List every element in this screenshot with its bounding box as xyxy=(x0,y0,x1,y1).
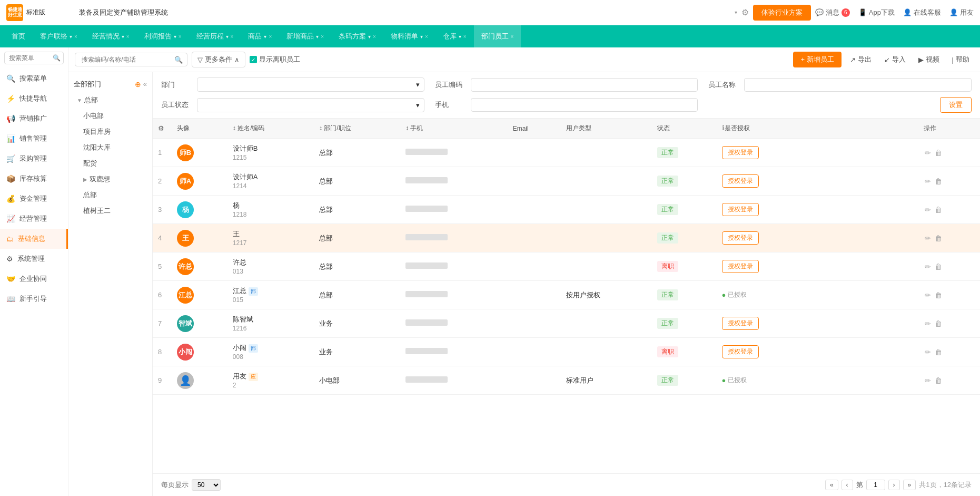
row-num: 7 xyxy=(153,309,172,338)
trial-button[interactable]: 体验行业方案 xyxy=(753,5,811,21)
tab-profit[interactable]: 利润报告 ▾ × xyxy=(137,25,189,47)
tree-node-project[interactable]: 项目库房 xyxy=(68,124,152,140)
edit-btn[interactable]: ✏ xyxy=(925,376,931,385)
delete-btn[interactable]: 🗑 xyxy=(935,262,942,271)
auth-login-button[interactable]: 授权登录 xyxy=(722,231,759,245)
edit-btn[interactable]: ✏ xyxy=(925,262,931,271)
user-type-cell xyxy=(561,139,652,167)
auth-login-button[interactable]: 授权登录 xyxy=(722,174,759,188)
tab-warehouse[interactable]: 仓库 ▾ × xyxy=(435,25,474,47)
col-dept: ↕ 部门/职位 xyxy=(314,119,400,139)
tree-node-small-elec[interactable]: 小电部 xyxy=(68,108,152,124)
employee-name: 用友 xyxy=(233,372,246,380)
emp-status-select[interactable]: ▾ xyxy=(197,98,424,112)
tab-home[interactable]: 首页 xyxy=(4,25,33,47)
sidebar-item-system[interactable]: ⚙系统管理 xyxy=(0,249,68,269)
tree-node-double-dream[interactable]: ▶ 双鹿想 xyxy=(68,171,152,187)
user-type-cell xyxy=(561,252,652,281)
tab-new-goods[interactable]: 新增商品 ▾ × xyxy=(279,25,331,47)
phone-input[interactable] xyxy=(471,98,698,112)
sidebar-item-search[interactable]: 🔍搜索菜单 xyxy=(0,69,68,89)
topbar-actions: 💬 消息 6 📱 App下载 👤 在线客服 👤 用友 xyxy=(815,8,974,17)
tab-dept-staff[interactable]: 部门员工 × xyxy=(474,25,521,47)
delete-btn[interactable]: 🗑 xyxy=(935,376,942,385)
sidebar-item-stock[interactable]: 📦库存核算 xyxy=(0,169,68,189)
auth-login-button[interactable]: 授权登录 xyxy=(722,345,759,358)
more-filter-btn[interactable]: ▽ 更多条件 ∧ xyxy=(192,52,245,67)
delete-btn[interactable]: 🗑 xyxy=(935,291,942,299)
delete-btn[interactable]: 🗑 xyxy=(935,348,942,356)
delete-btn[interactable]: 🗑 xyxy=(935,206,942,214)
export-btn[interactable]: ↗ 导出 xyxy=(846,52,876,67)
stock-icon: 📦 xyxy=(6,174,15,183)
page-number-input[interactable] xyxy=(866,480,885,490)
tree-node-hq[interactable]: ▼ 总部 xyxy=(68,92,152,108)
edit-btn[interactable]: ✏ xyxy=(925,291,931,299)
view-btn[interactable]: ▶ 视频 xyxy=(914,52,944,67)
tab-goods[interactable]: 商品 ▾ × xyxy=(241,25,279,47)
edit-btn[interactable]: ✏ xyxy=(925,348,931,356)
edit-btn[interactable]: ✏ xyxy=(925,149,931,157)
tab-bom[interactable]: 物料清单 ▾ × xyxy=(383,25,435,47)
auth-login-button[interactable]: 授权登录 xyxy=(722,203,759,216)
set-button[interactable]: 设置 xyxy=(940,97,972,113)
tab-history[interactable]: 经营历程 ▾ × xyxy=(189,25,241,47)
sidebar-item-basic[interactable]: 🗂基础信息 xyxy=(0,229,68,249)
delete-btn[interactable]: 🗑 xyxy=(935,177,942,186)
emp-name-input[interactable] xyxy=(744,78,972,92)
auth-login-button[interactable]: 授权登录 xyxy=(722,260,759,273)
edit-btn[interactable]: ✏ xyxy=(925,206,931,214)
dept-tree-header[interactable]: 全部部门 ⊕ « xyxy=(68,76,152,92)
tree-node-seedling[interactable]: 植树王二 xyxy=(68,203,152,219)
auth-login-button[interactable]: 授权登录 xyxy=(722,146,759,159)
show-resigned-toggle[interactable]: ✓ 显示离职员工 xyxy=(250,55,300,64)
sidebar-search-icon: 🔍 xyxy=(53,54,61,62)
prev-page-btn[interactable]: ‹ xyxy=(842,480,853,490)
import-btn[interactable]: ↙ 导入 xyxy=(880,52,910,67)
config-icon[interactable]: ⚙ xyxy=(741,7,749,17)
tab-barcode[interactable]: 条码方案 ▾ × xyxy=(331,25,383,47)
table-row: 9👤用友应2小电部标准用户正常●已授权 ✏ 🗑 xyxy=(153,366,980,395)
sidebar-item-manage[interactable]: 📈经营管理 xyxy=(0,209,68,229)
sidebar-nav: 🔍搜索菜单 ⚡快捷导航 📢营销推广 📊销售管理 🛒采购管理 📦库存核算 💰资金管… xyxy=(0,69,68,309)
tree-node-delivery[interactable]: 配货 xyxy=(68,155,152,171)
delete-btn[interactable]: 🗑 xyxy=(935,149,942,157)
emp-code-input[interactable] xyxy=(471,78,698,92)
edit-btn[interactable]: ✏ xyxy=(925,319,931,328)
help-btn[interactable]: | 帮助 xyxy=(948,52,974,67)
tree-node-general-hq[interactable]: 总部 xyxy=(68,187,152,203)
delete-btn[interactable]: 🗑 xyxy=(935,319,942,328)
messages-btn[interactable]: 💬 消息 6 xyxy=(815,8,850,17)
sidebar-item-sales[interactable]: 📊销售管理 xyxy=(0,129,68,149)
auth-login-button[interactable]: 授权登录 xyxy=(722,317,759,330)
first-page-btn[interactable]: « xyxy=(825,480,838,490)
dept-select[interactable]: ▾ xyxy=(197,77,424,92)
sidebar-item-quick-nav[interactable]: ⚡快捷导航 xyxy=(0,89,68,109)
add-dept-icon[interactable]: ⊕ xyxy=(135,80,141,89)
tab-customer[interactable]: 客户联络 ▾ × xyxy=(33,25,85,47)
guide-icon: 📖 xyxy=(6,295,15,303)
tab-business[interactable]: 经营情况 ▾ × xyxy=(85,25,137,47)
employee-name: 王 xyxy=(233,230,240,238)
system-title-dropdown[interactable]: ▾ xyxy=(735,9,737,15)
page-size-select[interactable]: 50 20 100 xyxy=(192,479,221,491)
sidebar-item-purchase[interactable]: 🛒采购管理 xyxy=(0,149,68,169)
edit-btn[interactable]: ✏ xyxy=(925,234,931,242)
add-employee-button[interactable]: + 新增员工 xyxy=(793,52,841,67)
settings-col-icon[interactable]: ⚙ xyxy=(158,124,164,132)
collapse-icon[interactable]: « xyxy=(143,80,147,89)
sidebar-item-finance[interactable]: 💰资金管理 xyxy=(0,189,68,209)
last-page-btn[interactable]: » xyxy=(903,480,916,490)
app-download-btn[interactable]: 📱 App下载 xyxy=(858,8,895,17)
online-service-btn[interactable]: 👤 在线客服 xyxy=(903,8,941,17)
next-page-btn[interactable]: › xyxy=(888,480,900,490)
sidebar-item-guide[interactable]: 📖新手引导 xyxy=(0,289,68,309)
delete-btn[interactable]: 🗑 xyxy=(935,234,942,242)
search-input[interactable] xyxy=(80,53,174,66)
phone-label: 手机 xyxy=(435,100,467,110)
user-btn[interactable]: 👤 用友 xyxy=(949,8,974,17)
sidebar-item-corp[interactable]: 🤝企业协同 xyxy=(0,269,68,289)
edit-btn[interactable]: ✏ xyxy=(925,177,931,186)
tree-node-shenyang[interactable]: 沈阳大库 xyxy=(68,140,152,155)
sidebar-item-marketing[interactable]: 📢营销推广 xyxy=(0,109,68,129)
